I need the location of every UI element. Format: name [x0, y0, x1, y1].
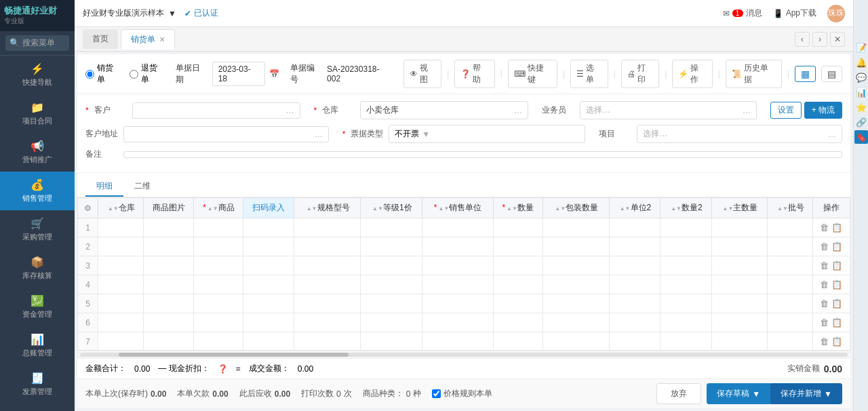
operation-button[interactable]: ⚡ 操作	[672, 60, 712, 88]
unit2-cell[interactable]	[609, 218, 660, 237]
qty2-cell[interactable]	[660, 332, 711, 351]
help-button[interactable]: ❓ 帮助	[454, 60, 494, 88]
sale-unit-cell[interactable]	[422, 313, 493, 332]
copy-row-icon[interactable]: 📋	[831, 336, 842, 347]
price-rule-checkbox-label[interactable]: 价格规则本单	[432, 388, 492, 399]
pack-qty-cell[interactable]	[542, 294, 609, 313]
tab-prev-button[interactable]: ‹	[795, 32, 810, 47]
sale-unit-cell[interactable]	[422, 275, 493, 294]
qty-cell[interactable]	[493, 294, 542, 313]
main-qty-cell[interactable]	[711, 275, 767, 294]
view-button[interactable]: 👁 视图	[403, 60, 441, 88]
price-rule-checkbox[interactable]	[432, 389, 441, 398]
message-button[interactable]: ✉ 1 消息	[723, 7, 762, 19]
grade-price-cell[interactable]	[361, 313, 422, 332]
spec-cell[interactable]	[294, 275, 361, 294]
main-qty-cell[interactable]	[711, 332, 767, 351]
pack-qty-cell[interactable]	[542, 313, 609, 332]
user-avatar[interactable]: 珠珠	[827, 5, 845, 22]
sidebar-item-project[interactable]: 📁 项目合同	[0, 94, 75, 133]
qty2-cell[interactable]	[660, 237, 711, 256]
grade-price-cell[interactable]	[361, 218, 422, 237]
right-panel-icon-3[interactable]: 💬	[854, 71, 868, 84]
sidebar-item-inventory[interactable]: 📦 库存核算	[0, 249, 75, 288]
save-new-button[interactable]: 保存并新增 ▼	[770, 383, 842, 404]
project-input[interactable]: 选择… …	[637, 125, 842, 143]
sidebar-item-finance[interactable]: 💹 资金管理	[0, 288, 75, 326]
col-scan-input[interactable]: 扫码录入	[243, 198, 294, 218]
address-lookup-icon[interactable]: …	[315, 130, 323, 139]
unit2-cell[interactable]	[609, 256, 660, 275]
right-panel-icon-5[interactable]: ⭐	[854, 100, 868, 114]
scan-cell[interactable]	[243, 275, 294, 294]
warehouse-input[interactable]: 小卖仓库 …	[360, 101, 528, 119]
qty-cell[interactable]	[493, 313, 542, 332]
warehouse-cell[interactable]	[98, 218, 144, 237]
product-img-cell[interactable]	[143, 294, 194, 313]
tab-detail[interactable]: 明细	[85, 177, 123, 197]
warehouse-cell[interactable]	[98, 256, 144, 275]
product-img-cell[interactable]	[143, 332, 194, 351]
sale-unit-cell[interactable]	[422, 294, 493, 313]
batch-cell[interactable]	[768, 275, 813, 294]
gear-icon[interactable]: ⚙	[84, 203, 92, 213]
unit2-cell[interactable]	[609, 237, 660, 256]
product-cell[interactable]	[194, 218, 243, 237]
product-img-cell[interactable]	[143, 275, 194, 294]
horizontal-scrollbar[interactable]	[77, 350, 850, 358]
unit2-cell[interactable]	[609, 313, 660, 332]
qty2-cell[interactable]	[660, 218, 711, 237]
main-qty-cell[interactable]	[711, 294, 767, 313]
batch-cell[interactable]	[768, 294, 813, 313]
product-cell[interactable]	[194, 275, 243, 294]
delete-row-icon[interactable]: 🗑	[820, 336, 829, 347]
calendar-icon[interactable]: 📅	[269, 69, 279, 79]
question-icon[interactable]: ❓	[218, 364, 228, 374]
batch-cell[interactable]	[768, 218, 813, 237]
spec-cell[interactable]	[294, 256, 361, 275]
shortcut-button[interactable]: ⌨ 快捷键	[508, 60, 557, 88]
radio-return-order[interactable]: 退货单	[130, 62, 165, 85]
qty2-cell[interactable]	[660, 294, 711, 313]
address-input[interactable]: …	[123, 126, 329, 142]
qty2-cell[interactable]	[660, 256, 711, 275]
main-qty-cell[interactable]	[711, 256, 767, 275]
warehouse-cell[interactable]	[98, 237, 144, 256]
pack-qty-cell[interactable]	[542, 332, 609, 351]
product-img-cell[interactable]	[143, 237, 194, 256]
batch-cell[interactable]	[768, 332, 813, 351]
qty2-cell[interactable]	[660, 313, 711, 332]
sidebar-search-input[interactable]: 🔍 搜索菜单	[5, 35, 69, 51]
pack-qty-cell[interactable]	[542, 256, 609, 275]
customer-lookup-icon[interactable]: …	[286, 106, 294, 115]
salesman-input[interactable]: 选择… …	[580, 101, 757, 119]
view-mode-list[interactable]: ▦	[795, 66, 816, 82]
pack-qty-cell[interactable]	[542, 218, 609, 237]
copy-row-icon[interactable]: 📋	[831, 317, 842, 328]
sidebar-search-container[interactable]: 🔍 搜索菜单	[0, 31, 75, 56]
select-order-button[interactable]: ☰ 选单	[570, 60, 608, 88]
grade-price-cell[interactable]	[361, 256, 422, 275]
batch-cell[interactable]	[768, 313, 813, 332]
sale-unit-cell[interactable]	[422, 256, 493, 275]
sidebar-item-invoice[interactable]: 🧾 发票管理	[0, 365, 75, 404]
tab-home[interactable]: 首页	[83, 29, 118, 49]
invoice-select[interactable]: 不开票 ▼	[389, 125, 585, 143]
main-qty-cell[interactable]	[711, 218, 767, 237]
copy-row-icon[interactable]: 📋	[831, 222, 842, 233]
sale-unit-cell[interactable]	[422, 218, 493, 237]
sidebar-item-quick-nav[interactable]: ⚡ 快捷导航	[0, 56, 75, 94]
radio-sale-order[interactable]: 销货单	[85, 62, 121, 85]
sidebar-item-tax[interactable]: 📝 税务管理	[0, 404, 75, 411]
sidebar-item-accounting[interactable]: 📊 总账管理	[0, 326, 75, 365]
spec-cell[interactable]	[294, 237, 361, 256]
sale-unit-cell[interactable]	[422, 237, 493, 256]
product-cell[interactable]	[194, 332, 243, 351]
right-panel-icon-1[interactable]: 📝	[854, 41, 868, 54]
warehouse-cell[interactable]	[98, 332, 144, 351]
warehouse-lookup-icon[interactable]: …	[514, 106, 522, 115]
copy-row-icon[interactable]: 📋	[831, 279, 842, 290]
tab-close-icon[interactable]: ×	[159, 34, 165, 45]
product-cell[interactable]	[194, 256, 243, 275]
tab-close-all-button[interactable]: ✕	[830, 32, 845, 47]
